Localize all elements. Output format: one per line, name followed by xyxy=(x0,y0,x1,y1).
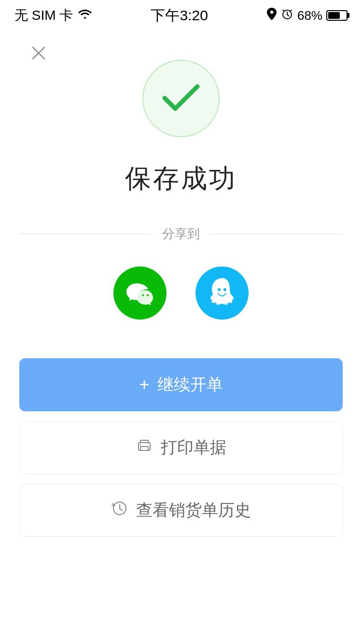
no-sim-text: 无 SIM 卡 xyxy=(14,6,73,25)
print-icon xyxy=(136,437,153,458)
svg-rect-8 xyxy=(140,447,148,450)
svg-point-9 xyxy=(140,445,141,446)
status-left: 无 SIM 卡 xyxy=(14,6,92,25)
continue-button[interactable]: + 继续开单 xyxy=(19,358,343,411)
wechat-icon xyxy=(124,280,156,307)
print-button[interactable]: 打印单据 xyxy=(19,421,343,474)
action-buttons: + 继续开单 打印单据 xyxy=(19,358,343,537)
share-qq-button[interactable] xyxy=(195,266,249,320)
divider-right xyxy=(209,234,343,234)
success-title: 保存成功 xyxy=(125,161,237,196)
share-divider: 分享到 xyxy=(19,225,343,242)
history-icon xyxy=(111,500,128,521)
svg-point-6 xyxy=(223,288,226,291)
print-label: 打印单据 xyxy=(161,436,226,459)
divider-left xyxy=(19,234,153,234)
history-label: 查看销货单历史 xyxy=(136,499,251,521)
success-icon-container xyxy=(142,60,220,137)
share-wechat-button[interactable] xyxy=(113,266,167,320)
share-icons-container xyxy=(113,266,249,320)
history-button[interactable]: 查看销货单历史 xyxy=(19,484,343,537)
qq-icon xyxy=(208,276,237,310)
checkmark-icon xyxy=(162,84,200,113)
status-time: 下午3:20 xyxy=(151,6,208,26)
svg-point-4 xyxy=(223,302,228,305)
svg-point-3 xyxy=(216,302,221,305)
share-label: 分享到 xyxy=(162,225,200,242)
continue-plus-icon: + xyxy=(139,375,149,395)
svg-point-5 xyxy=(218,288,221,291)
alarm-icon xyxy=(281,8,293,24)
main-content: 保存成功 分享到 xyxy=(0,31,362,537)
battery-percent: 68% xyxy=(297,8,322,23)
wifi-icon xyxy=(78,8,92,23)
status-right: 68% xyxy=(266,8,348,24)
battery-icon xyxy=(326,10,348,21)
continue-label: 继续开单 xyxy=(157,374,223,396)
status-bar: 无 SIM 卡 下午3:20 68% xyxy=(0,0,362,31)
location-icon xyxy=(266,8,277,24)
close-button[interactable] xyxy=(24,39,53,68)
